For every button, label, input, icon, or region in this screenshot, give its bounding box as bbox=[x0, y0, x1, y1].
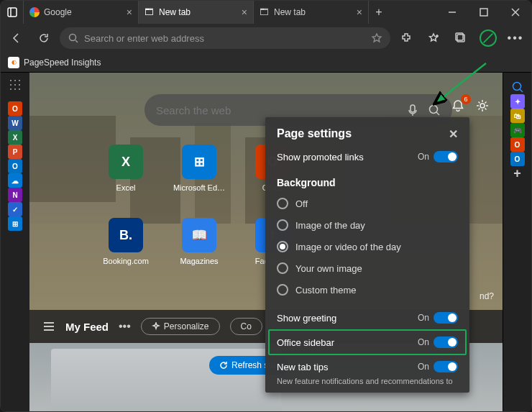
feed-more-button[interactable]: ••• bbox=[119, 320, 131, 333]
panel-close-button[interactable]: ✕ bbox=[449, 127, 458, 141]
svg-rect-0 bbox=[8, 8, 17, 17]
notifications-button[interactable]: 6 bbox=[451, 99, 465, 116]
tab-newtab-1[interactable]: 🗔 New tab × bbox=[139, 1, 254, 24]
close-window-button[interactable] bbox=[500, 1, 531, 24]
apps-launcher-icon[interactable] bbox=[9, 78, 22, 91]
tile-label: Microsoft Ed… bbox=[173, 183, 225, 192]
background-option[interactable]: Your own image bbox=[277, 257, 458, 279]
sidebar-outlook-button[interactable]: O bbox=[510, 152, 525, 166]
svg-point-15 bbox=[480, 104, 485, 108]
background-caption: nd? bbox=[480, 291, 494, 301]
radio-icon bbox=[277, 219, 288, 231]
voice-search-icon[interactable] bbox=[406, 104, 419, 116]
rail-word-button[interactable]: W bbox=[8, 116, 22, 130]
profile-avatar-icon bbox=[480, 29, 497, 47]
ntp-search-input[interactable] bbox=[156, 104, 398, 116]
google-favicon bbox=[29, 7, 40, 17]
svg-line-14 bbox=[436, 112, 439, 115]
sidebar-search-button[interactable] bbox=[510, 80, 525, 94]
extensions-button[interactable] bbox=[395, 27, 418, 50]
toggle-state-label: On bbox=[418, 313, 429, 323]
tile-label: Excel bbox=[116, 183, 136, 192]
gear-icon bbox=[475, 99, 490, 113]
radio-icon bbox=[277, 241, 288, 252]
new-tab-button[interactable]: + bbox=[369, 1, 389, 24]
quick-link-tile[interactable]: 📖Magazines bbox=[168, 218, 231, 265]
address-bar[interactable]: Search or enter web address bbox=[60, 27, 390, 49]
rail-outlook-button[interactable]: O bbox=[8, 159, 22, 173]
toggle-state-label: On bbox=[418, 152, 429, 162]
search-icon[interactable] bbox=[428, 104, 441, 116]
background-option[interactable]: Image of the day bbox=[277, 214, 458, 236]
personalize-button[interactable]: Personalize bbox=[141, 318, 220, 335]
rail-todo-button[interactable]: ✓ bbox=[8, 202, 22, 216]
setting-label: Show promoted links bbox=[277, 152, 364, 162]
favorite-icon[interactable] bbox=[372, 33, 382, 43]
setting-label: Office sidebar bbox=[277, 337, 334, 348]
sidebar-games-button[interactable]: 🎮 bbox=[510, 123, 525, 137]
toggle-state-label: On bbox=[418, 362, 429, 372]
radio-icon bbox=[277, 262, 288, 274]
menu-icon[interactable] bbox=[42, 320, 55, 333]
rail-onedrive-button[interactable]: ☁ bbox=[8, 173, 22, 188]
quick-link-tile[interactable]: B.Booking.com bbox=[94, 218, 157, 265]
refresh-button[interactable] bbox=[32, 27, 55, 50]
panel-title: Page settings bbox=[277, 127, 352, 141]
feed-title: My Feed bbox=[65, 321, 109, 333]
close-icon[interactable]: × bbox=[357, 6, 362, 18]
office-sidebar-highlight: Office sidebar On bbox=[268, 329, 467, 355]
office-sidebar-toggle[interactable] bbox=[434, 337, 458, 348]
background-option[interactable]: Off bbox=[277, 193, 458, 214]
tab-google[interactable]: Google × bbox=[24, 1, 139, 24]
tab-label: New tab bbox=[274, 7, 306, 17]
quick-link-tile[interactable]: XExcel bbox=[94, 145, 157, 192]
svg-point-6 bbox=[70, 35, 76, 41]
rail-more-button[interactable]: ⊞ bbox=[8, 216, 22, 231]
tab-actions-icon bbox=[7, 7, 17, 17]
background-option[interactable]: Custom theme bbox=[277, 279, 458, 301]
rail-excel-button[interactable]: X bbox=[8, 130, 22, 145]
background-option[interactable]: Image or video of the day bbox=[277, 236, 458, 257]
rail-office-button[interactable]: O bbox=[8, 101, 22, 116]
rail-powerpoint-button[interactable]: P bbox=[8, 145, 22, 159]
setting-label: New tab tips bbox=[277, 362, 329, 372]
page-settings-button[interactable] bbox=[475, 99, 490, 116]
newtab-favicon: 🗔 bbox=[260, 7, 270, 17]
menu-button[interactable]: ••• bbox=[504, 27, 527, 50]
svg-point-19 bbox=[513, 83, 520, 91]
sidebar-shopping-button[interactable]: 🛍 bbox=[510, 109, 525, 123]
maximize-button[interactable] bbox=[468, 1, 500, 24]
star-add-icon bbox=[428, 32, 439, 44]
tab-actions-button[interactable] bbox=[1, 1, 24, 24]
collections-button[interactable] bbox=[449, 27, 472, 50]
favorites-button[interactable] bbox=[422, 27, 445, 50]
promoted-links-toggle[interactable] bbox=[434, 151, 458, 162]
tab-label: New tab bbox=[159, 7, 191, 17]
svg-line-20 bbox=[520, 89, 523, 92]
sparkle-icon bbox=[152, 322, 160, 331]
radio-icon bbox=[277, 198, 288, 209]
tile-icon: X bbox=[109, 145, 143, 179]
close-icon bbox=[511, 8, 520, 17]
new-tab-tips-toggle[interactable] bbox=[434, 361, 458, 372]
sidebar-copilot-button[interactable]: ✦ bbox=[510, 94, 525, 109]
radio-label: Off bbox=[295, 198, 308, 209]
greeting-toggle[interactable] bbox=[434, 312, 458, 324]
close-icon[interactable]: × bbox=[242, 6, 247, 18]
quick-link-tile[interactable]: ⊞Microsoft Ed… bbox=[168, 145, 231, 192]
svg-rect-12 bbox=[411, 105, 415, 112]
rail-onenote-button[interactable]: N bbox=[8, 188, 22, 202]
favorites-bar-item[interactable]: PageSpeed Insights bbox=[24, 58, 101, 68]
content-area: OWXPO☁N✓⊞ 6 XExcel⊞Micros bbox=[1, 73, 531, 412]
radio-icon bbox=[277, 284, 288, 296]
sidebar-office-button[interactable]: O bbox=[510, 137, 525, 152]
sidebar-add-button[interactable]: + bbox=[510, 166, 525, 180]
minimize-button[interactable] bbox=[436, 1, 468, 24]
profile-button[interactable] bbox=[477, 27, 500, 50]
tab-newtab-2[interactable]: 🗔 New tab × bbox=[254, 1, 369, 24]
minimize-icon bbox=[448, 8, 457, 17]
back-button[interactable] bbox=[5, 27, 28, 50]
covid-button[interactable]: Co bbox=[230, 318, 262, 335]
close-icon[interactable]: × bbox=[127, 6, 132, 18]
new-tab-page: 6 XExcel⊞Microsoft Ed…OOfficeB.Booking.c… bbox=[29, 73, 503, 412]
